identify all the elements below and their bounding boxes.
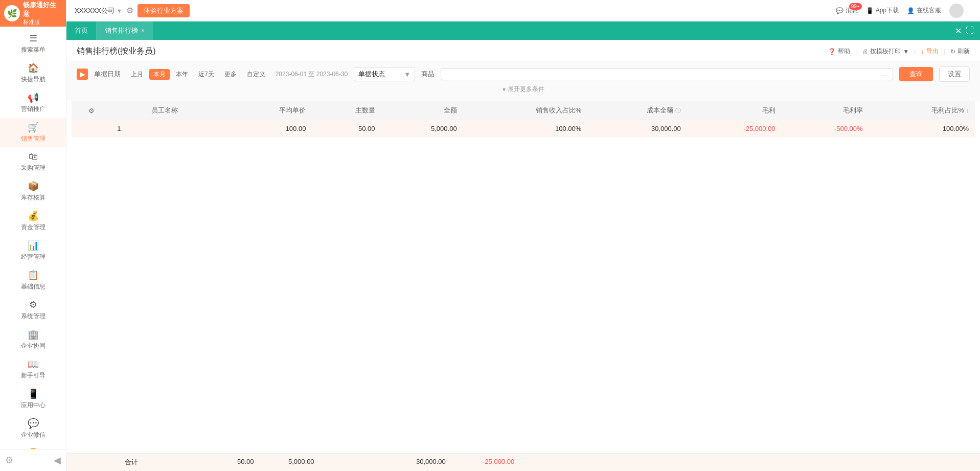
online-service-label: 在线客服 bbox=[917, 6, 941, 15]
sidebar-item-sys-mgmt[interactable]: ⚙系统管理 bbox=[0, 295, 66, 325]
tab-sales-ranking[interactable]: 销售排行榜 × bbox=[97, 21, 153, 40]
col-cost: 成本全额 ⓘ bbox=[587, 101, 687, 120]
row-profit-pct: 100.00% bbox=[869, 120, 975, 138]
date-tab-近7天[interactable]: 近7天 bbox=[194, 69, 218, 80]
date-tab-上月[interactable]: 上月 bbox=[127, 69, 147, 80]
sales-ranking-table: ⚙ 员工名称 平均单价 主数量 全额 销售收入占比% 成本全额 ⓘ 毛利 毛利率… bbox=[72, 101, 975, 138]
settings-bottom-icon[interactable]: ⚙ bbox=[5, 455, 13, 466]
app-download-button[interactable]: 📱 App下载 bbox=[866, 6, 899, 15]
sidebar-logo: 🌿 畅康通好生意 标准版 bbox=[0, 0, 66, 27]
nav-label-quick-nav: 快捷导航 bbox=[21, 75, 45, 84]
cost-info-icon[interactable]: ⓘ bbox=[675, 107, 681, 114]
footer-profit: -25,000.00 bbox=[476, 458, 538, 467]
footer-total-label: 合计 bbox=[119, 458, 180, 467]
sidebar-item-enterprise[interactable]: 🏢企业协同 bbox=[0, 325, 66, 354]
company-selector[interactable]: XXXXXX公司 ▼ bbox=[75, 6, 122, 15]
row-profit-rate: -500.00% bbox=[782, 120, 869, 138]
row-amount: 5,000.00 bbox=[381, 120, 463, 138]
goods-filter[interactable]: … bbox=[441, 68, 893, 80]
col-profit-pct: 毛利占比% ↕ bbox=[869, 101, 975, 120]
col-name: 员工名称 bbox=[145, 101, 229, 120]
nav-label-finance: 资金管理 bbox=[21, 223, 45, 232]
sidebar-item-basic-info[interactable]: 📋基础信息 bbox=[0, 265, 66, 295]
online-service-button[interactable]: 👤 在线客服 bbox=[907, 6, 941, 15]
table-settings-icon[interactable]: ⚙ bbox=[88, 107, 95, 115]
page-actions: ❓ 帮助 | 🖨 按模板打印 ▼ | ↓ 导出 | ↻ 刷新 bbox=[828, 47, 970, 56]
footer-label bbox=[78, 458, 119, 467]
date-tab-更多[interactable]: 更多 bbox=[220, 69, 241, 80]
col-settings[interactable]: ⚙ bbox=[72, 101, 111, 120]
nav-label-app-center: 应用中心 bbox=[21, 401, 45, 410]
help-label: 帮助 bbox=[838, 47, 850, 56]
company-name: XXXXXX公司 bbox=[75, 6, 115, 15]
query-button[interactable]: 查询 bbox=[899, 67, 933, 81]
header-settings-icon[interactable]: ⚙ bbox=[126, 6, 133, 15]
profit-pct-info-icon[interactable]: ↕ bbox=[966, 107, 969, 114]
print-button[interactable]: 🖨 按模板打印 ▼ bbox=[862, 47, 909, 56]
sidebar-item-finance[interactable]: 💰资金管理 bbox=[0, 206, 66, 236]
date-label: 单据日期 bbox=[94, 70, 121, 79]
nav-icon-guide: 📖 bbox=[28, 358, 39, 370]
sidebar-item-quick-nav[interactable]: 🏠快捷导航 bbox=[0, 58, 66, 88]
sidebar-item-member[interactable]: 🏆畅会员 bbox=[0, 443, 66, 449]
goods-more[interactable]: … bbox=[882, 71, 888, 78]
filter-collapse-icon[interactable]: ▶ bbox=[77, 69, 88, 80]
tab-close-window-icon[interactable]: ✕ bbox=[955, 26, 962, 36]
sidebar-item-ops-mgmt[interactable]: 📊经营管理 bbox=[0, 236, 66, 265]
sidebar-item-purchase-mgmt[interactable]: 🛍采购管理 bbox=[0, 147, 66, 176]
sidebar: 🌿 畅康通好生意 标准版 ☰搜索菜单🏠快捷导航📢营销推广🛒销售管理🛍采购管理📦库… bbox=[0, 0, 66, 471]
logo-icon: 🌿 bbox=[4, 5, 20, 21]
row-cost: 30,000.00 bbox=[587, 120, 687, 138]
col-sales-pct: 销售收入占比% bbox=[463, 101, 588, 120]
sidebar-item-app-center[interactable]: 📱应用中心 bbox=[0, 384, 66, 414]
col-rank bbox=[111, 101, 145, 120]
refresh-button[interactable]: ↻ 刷新 bbox=[950, 47, 970, 56]
page-header: 销售排行榜(按业务员) ❓ 帮助 | 🖨 按模板打印 ▼ | ↓ 导出 | bbox=[66, 40, 980, 61]
status-arrow-icon: ▼ bbox=[404, 71, 411, 78]
expand-label: 展开更多条件 bbox=[508, 85, 544, 94]
nav-icon-search-order: ☰ bbox=[29, 33, 37, 44]
header-right: 💬 消息 99+ 📱 App下载 👤 在线客服 bbox=[836, 4, 972, 18]
footer-main-qty: 50.00 bbox=[231, 458, 282, 467]
sidebar-item-sales-mgmt[interactable]: 🛒销售管理 bbox=[0, 118, 66, 147]
message-button[interactable]: 💬 消息 99+ bbox=[836, 6, 858, 15]
sidebar-item-guide[interactable]: 📖新手引导 bbox=[0, 354, 66, 384]
sidebar-item-marketing[interactable]: 📢营销推广 bbox=[0, 88, 66, 118]
content-area: 销售排行榜(按业务员) ❓ 帮助 | 🖨 按模板打印 ▼ | ↓ 导出 | bbox=[66, 40, 980, 471]
sidebar-item-inventory[interactable]: 📦库存核算 bbox=[0, 176, 66, 206]
message-icon: 💬 bbox=[836, 7, 844, 14]
date-tab-本月[interactable]: 本月 bbox=[149, 69, 170, 80]
tab-expand-icon[interactable]: ⛶ bbox=[966, 26, 974, 35]
footer-sales-pct bbox=[344, 458, 410, 467]
nav-label-enterprise-wechat: 企业微信 bbox=[21, 431, 45, 439]
sidebar-item-search-order[interactable]: ☰搜索菜单 bbox=[0, 29, 66, 58]
tab-home[interactable]: 首页 bbox=[66, 21, 97, 40]
tab-close-icon[interactable]: × bbox=[141, 27, 145, 34]
date-tab-自定义[interactable]: 自定义 bbox=[243, 69, 269, 80]
logo-text: 畅康通好生意 标准版 bbox=[23, 1, 62, 26]
export-button[interactable]: ↓ 导出 bbox=[921, 47, 939, 56]
export-label: 导出 bbox=[926, 47, 939, 56]
top-header: XXXXXX公司 ▼ ⚙ 体验行业方案 💬 消息 99+ 📱 App下载 👤 在… bbox=[66, 0, 980, 21]
date-tab-本年[interactable]: 本年 bbox=[172, 69, 192, 80]
trial-button[interactable]: 体验行业方案 bbox=[138, 4, 190, 17]
status-filter[interactable]: 单据状态 ▼ bbox=[354, 67, 415, 81]
user-avatar[interactable] bbox=[949, 4, 964, 18]
status-placeholder: 单据状态 bbox=[358, 70, 385, 79]
sidebar-item-enterprise-wechat[interactable]: 💬企业微信 bbox=[0, 414, 66, 443]
date-tabs: 上月本月本年近7天更多自定义 bbox=[127, 69, 269, 80]
app-icon: 📱 bbox=[866, 7, 874, 14]
nav-label-sys-mgmt: 系统管理 bbox=[21, 312, 45, 321]
collapse-icon[interactable]: ◀ bbox=[54, 455, 61, 466]
col-main-qty: 主数量 bbox=[312, 101, 381, 120]
nav-icon-sales-mgmt: 🛒 bbox=[28, 122, 39, 133]
nav-label-basic-info: 基础信息 bbox=[21, 282, 45, 291]
filter-row-1: ▶ 单据日期 上月本月本年近7天更多自定义 2023-06-01 至 2023-… bbox=[77, 66, 970, 82]
print-arrow-icon: ▼ bbox=[903, 48, 909, 55]
filter-settings-button[interactable]: 设置 bbox=[939, 66, 970, 82]
nav-icon-basic-info: 📋 bbox=[28, 270, 39, 281]
nav-icon-finance: 💰 bbox=[28, 210, 39, 221]
help-button[interactable]: ❓ 帮助 bbox=[828, 47, 850, 56]
company-arrow-icon: ▼ bbox=[117, 8, 122, 14]
expand-more-button[interactable]: ▾ 展开更多条件 bbox=[503, 85, 544, 94]
